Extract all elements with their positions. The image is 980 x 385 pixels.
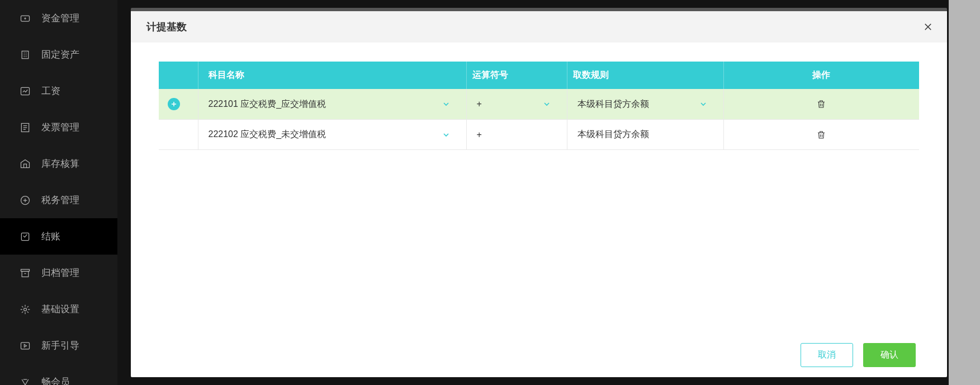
sidebar-item-label: 固定资产 — [41, 48, 79, 61]
settings-icon — [19, 303, 31, 316]
subject-select[interactable]: 222102 应交税费_未交增值税 — [204, 129, 461, 140]
sidebar-item-label: 税务管理 — [41, 194, 79, 206]
svg-rect-7 — [22, 271, 29, 276]
cancel-button[interactable]: 取消 — [801, 343, 853, 367]
subject-value: 222102 应交税费_未交增值税 — [204, 129, 326, 140]
chevron-down-icon — [442, 100, 451, 109]
header-rule: 取数规则 — [567, 62, 723, 89]
rule-select[interactable]: 本级科目贷方余额 — [573, 98, 718, 110]
archive-icon — [19, 267, 31, 279]
tax-icon — [19, 194, 31, 206]
close-account-icon — [19, 231, 31, 243]
svg-rect-1 — [22, 51, 29, 58]
rule-value: 本级科目贷方余额 — [573, 129, 649, 140]
sidebar-item-label: 归档管理 — [41, 266, 79, 279]
subject-value: 222101 应交税费_应交增值税 — [204, 98, 326, 110]
svg-point-8 — [24, 308, 27, 311]
vip-icon — [19, 376, 31, 386]
close-button[interactable] — [921, 20, 935, 34]
sidebar-item-vip[interactable]: 畅会员 — [0, 364, 117, 385]
chevron-down-icon — [542, 100, 551, 109]
modal-dialog: 计提基数 科目名称 运算符号 取数规则 操作 — [131, 8, 947, 377]
sidebar-item-guide[interactable]: 新手引导 — [0, 327, 117, 364]
confirm-button[interactable]: 确认 — [863, 343, 916, 367]
header-subject: 科目名称 — [198, 62, 466, 89]
svg-rect-9 — [21, 342, 30, 349]
sidebar-item-salary[interactable]: 工资 — [0, 73, 117, 109]
modal-title: 计提基数 — [146, 20, 187, 34]
plus-icon — [170, 100, 178, 108]
subject-select[interactable]: 222101 应交税费_应交增值税 — [204, 98, 461, 110]
close-icon — [923, 22, 933, 32]
operator-select[interactable]: + — [472, 99, 561, 109]
sidebar-item-label: 库存核算 — [41, 157, 79, 170]
sidebar-item-label: 资金管理 — [41, 12, 79, 25]
sidebar-item-funds[interactable]: 资金管理 — [0, 0, 117, 36]
table-row: 222102 应交税费_未交增值税 + 本级科目贷方余额 — [159, 120, 919, 150]
trash-icon — [816, 129, 826, 140]
add-row-button[interactable] — [168, 98, 180, 110]
sidebar-item-label: 畅会员 — [41, 375, 70, 385]
rule-select[interactable]: 本级科目贷方余额 — [573, 129, 718, 140]
rule-value: 本级科目贷方余额 — [573, 98, 649, 110]
sidebar-item-tax[interactable]: 税务管理 — [0, 182, 117, 218]
header-action: 操作 — [723, 62, 919, 89]
building-icon — [19, 49, 31, 61]
sidebar-item-label: 结账 — [41, 230, 60, 243]
chevron-down-icon — [442, 130, 451, 139]
trash-icon — [816, 98, 826, 110]
sidebar-item-settings[interactable]: 基础设置 — [0, 291, 117, 327]
sidebar-item-label: 发票管理 — [41, 121, 79, 134]
delete-button[interactable] — [730, 129, 914, 140]
invoice-icon — [19, 121, 31, 134]
sidebar-item-archive[interactable]: 归档管理 — [0, 255, 117, 291]
modal-body: 科目名称 运算符号 取数规则 操作 222101 应交税费_应交增值税 — [131, 43, 947, 332]
data-table: 科目名称 运算符号 取数规则 操作 222101 应交税费_应交增值税 — [159, 62, 919, 150]
inventory-icon — [19, 158, 31, 170]
table-row: 222101 应交税费_应交增值税 + — [159, 89, 919, 120]
modal-header: 计提基数 — [131, 11, 947, 43]
header-add — [159, 62, 198, 89]
operator-value: + — [472, 99, 482, 109]
modal-footer: 取消 确认 — [131, 332, 947, 377]
sidebar-item-label: 基础设置 — [41, 303, 79, 316]
chevron-down-icon — [699, 100, 708, 109]
chart-icon — [19, 85, 31, 97]
operator-value: + — [472, 130, 482, 140]
sidebar-item-closing[interactable]: 结账 — [0, 218, 117, 255]
sidebar-item-label: 工资 — [41, 84, 60, 97]
guide-icon — [19, 340, 31, 352]
sidebar-item-assets[interactable]: 固定资产 — [0, 36, 117, 73]
money-icon — [19, 12, 31, 25]
sidebar: 资金管理 固定资产 工资 发票管理 库存核算 税务管理 结账 — [0, 0, 117, 385]
sidebar-item-invoice[interactable]: 发票管理 — [0, 109, 117, 145]
sidebar-item-inventory[interactable]: 库存核算 — [0, 145, 117, 182]
operator-select[interactable]: + — [472, 130, 561, 140]
delete-button[interactable] — [730, 98, 914, 110]
sidebar-item-label: 新手引导 — [41, 339, 79, 352]
header-operator: 运算符号 — [466, 62, 567, 89]
